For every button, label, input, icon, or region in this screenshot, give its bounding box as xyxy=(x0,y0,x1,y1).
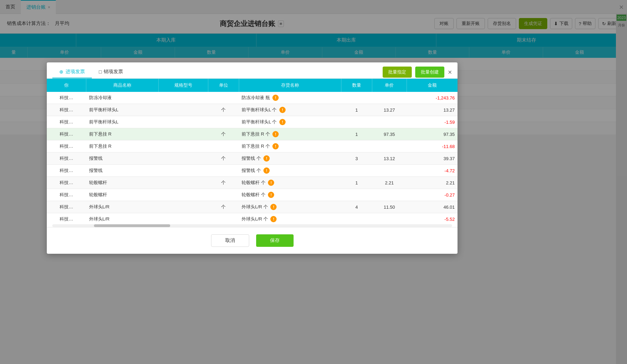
th-amount: 金额 xyxy=(407,79,458,92)
cell-product-name: 轮毂螺杆 xyxy=(86,177,159,189)
cell-company: 科技… xyxy=(47,165,86,177)
cell-company: 科技… xyxy=(47,92,86,104)
cell-unit xyxy=(208,189,239,201)
th-unit: 单位 xyxy=(208,79,239,92)
cell-company: 科技… xyxy=(47,201,86,213)
cell-inventory-name: 前平衡杆球头L 个 ! xyxy=(239,116,341,128)
cell-unit xyxy=(208,165,239,177)
cell-quantity xyxy=(341,189,372,201)
cell-amount: 39.37 xyxy=(407,153,458,165)
cell-amount: -0.27 xyxy=(407,189,458,201)
cell-spec xyxy=(159,104,208,116)
cell-inventory-name: 轮毂螺杆 个 ! xyxy=(239,177,341,189)
table-row: 科技… 轮毂螺杆 轮毂螺杆 个 ! -0.27 xyxy=(47,189,458,201)
modal-close-button[interactable]: × xyxy=(448,67,452,78)
cell-inventory-name: 外球头L/R 个 ! xyxy=(239,201,341,213)
cell-unit xyxy=(208,140,239,153)
cell-inventory-name: 报警线 个 ! xyxy=(239,153,341,165)
cell-amount: 97.35 xyxy=(407,128,458,140)
cell-product-name: 外球头L/R xyxy=(86,201,159,213)
th-quantity: 数量 xyxy=(341,79,372,92)
cell-quantity: 1 xyxy=(341,104,372,116)
warning-icon: ! xyxy=(272,95,279,101)
invoice-in-icon: ⊕ xyxy=(59,69,63,75)
th-product-name: 商品名称 xyxy=(86,79,159,92)
table-row: 科技… 前下悬挂 R 前下悬挂 R 个 ! -11.68 xyxy=(47,140,458,153)
cell-unit-price xyxy=(372,213,407,225)
cell-unit-price: 97.35 xyxy=(372,128,407,140)
cell-product-name: 前下悬挂 R xyxy=(86,128,159,140)
cell-unit: 个 xyxy=(208,177,239,189)
cell-amount: 2.21 xyxy=(407,177,458,189)
cell-spec xyxy=(159,189,208,201)
cell-amount: 46.01 xyxy=(407,201,458,213)
cell-company: 科技… xyxy=(47,128,86,140)
cell-amount: -1,243.76 xyxy=(407,92,458,104)
th-company: 你 xyxy=(47,79,86,92)
cell-quantity: 1 xyxy=(341,177,372,189)
cell-unit xyxy=(208,92,239,104)
th-spec: 规格型号 xyxy=(159,79,208,92)
invoice-table-scroll[interactable]: 你 商品名称 规格型号 单位 存货名称 数量 单价 金额 科技… 防冻冷却液 防… xyxy=(47,79,458,224)
table-row: 科技… 报警线 报警线 个 ! -4.72 xyxy=(47,165,458,177)
warning-icon: ! xyxy=(263,155,270,162)
cell-spec xyxy=(159,140,208,153)
cell-company: 科技… xyxy=(47,153,86,165)
cell-unit xyxy=(208,213,239,225)
cell-unit-price: 2.21 xyxy=(372,177,407,189)
th-unit-price: 单价 xyxy=(372,79,407,92)
warning-icon: ! xyxy=(263,167,270,174)
cell-spec xyxy=(159,177,208,189)
cancel-button[interactable]: 取消 xyxy=(211,234,249,247)
batch-assign-button[interactable]: 批量指定 xyxy=(383,67,412,78)
cell-company: 科技… xyxy=(47,177,86,189)
cell-unit-price xyxy=(372,165,407,177)
cell-inventory-name: 轮毂螺杆 个 ! xyxy=(239,189,341,201)
modal-footer: 取消 保存 xyxy=(47,227,458,254)
warning-icon: ! xyxy=(279,119,286,125)
cell-spec xyxy=(159,128,208,140)
cell-unit-price xyxy=(372,92,407,104)
tab-incoming-invoice[interactable]: ⊕ 进项发票 xyxy=(52,66,92,78)
cell-unit: 个 xyxy=(208,201,239,213)
cell-amount: -1.59 xyxy=(407,116,458,128)
cell-quantity: 1 xyxy=(341,128,372,140)
table-row: 科技… 前平衡杆球头L 前平衡杆球头L 个 ! -1.59 xyxy=(47,116,458,128)
scrollbar-thumb[interactable] xyxy=(94,224,170,227)
cell-quantity xyxy=(341,165,372,177)
modal-header: ⊕ 进项发票 □ 销项发票 批量指定 批量创建 × xyxy=(47,62,458,78)
save-button[interactable]: 保存 xyxy=(256,234,294,247)
cell-product-name: 外球头L/R xyxy=(86,213,159,225)
cell-product-name: 前平衡杆球头L xyxy=(86,116,159,128)
cell-product-name: 轮毂螺杆 xyxy=(86,189,159,201)
cell-unit-price: 13.27 xyxy=(372,104,407,116)
table-row: 科技… 轮毂螺杆 个 轮毂螺杆 个 ! 1 2.21 2.21 xyxy=(47,177,458,189)
cell-unit-price: 13.12 xyxy=(372,153,407,165)
cell-unit: 个 xyxy=(208,104,239,116)
cell-spec xyxy=(159,92,208,104)
cell-product-name: 前平衡杆球头L xyxy=(86,104,159,116)
cell-unit: 个 xyxy=(208,128,239,140)
cell-company: 科技… xyxy=(47,116,86,128)
batch-create-button[interactable]: 批量创建 xyxy=(415,67,444,78)
horizontal-scrollbar[interactable] xyxy=(52,224,452,227)
cell-amount: 13.27 xyxy=(407,104,458,116)
cell-amount: -11.68 xyxy=(407,140,458,153)
table-row: 科技… 外球头L/R 外球头L/R 个 ! -5.52 xyxy=(47,213,458,225)
table-row: 科技… 前下悬挂 R 个 前下悬挂 R 个 ! 1 97.35 97.35 xyxy=(47,128,458,140)
cell-unit: 个 xyxy=(208,153,239,165)
cell-amount: -4.72 xyxy=(407,165,458,177)
tab-outgoing-invoice[interactable]: □ 销项发票 xyxy=(92,66,130,78)
cell-product-name: 报警线 xyxy=(86,153,159,165)
table-row: 科技… 报警线 个 报警线 个 ! 3 13.12 39.37 xyxy=(47,153,458,165)
cell-product-name: 报警线 xyxy=(86,165,159,177)
warning-icon: ! xyxy=(268,192,274,198)
invoice-table: 你 商品名称 规格型号 单位 存货名称 数量 单价 金额 科技… 防冻冷却液 防… xyxy=(47,79,458,224)
table-row: 科技… 防冻冷却液 防冻冷却液 瓶 ! -1,243.76 xyxy=(47,92,458,104)
warning-icon: ! xyxy=(272,131,279,137)
cell-unit-price xyxy=(372,189,407,201)
cell-inventory-name: 前下悬挂 R 个 ! xyxy=(239,140,341,153)
cell-quantity xyxy=(341,213,372,225)
cell-spec xyxy=(159,213,208,225)
cell-quantity: 3 xyxy=(341,153,372,165)
